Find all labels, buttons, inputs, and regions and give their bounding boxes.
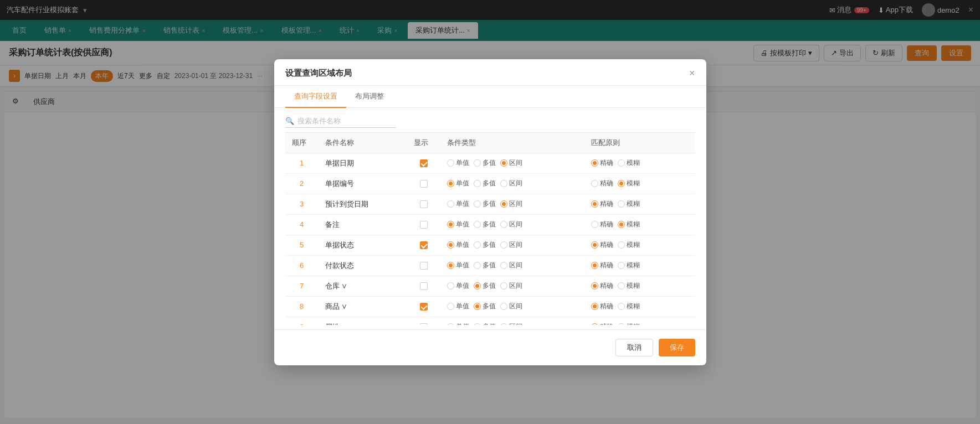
- radio-match-item[interactable]: 精确: [591, 179, 613, 188]
- row-display-checkbox[interactable]: [407, 236, 440, 254]
- radio-circle-icon: [447, 323, 454, 325]
- modal-header: 设置查询区域布局 ×: [274, 59, 706, 86]
- modal-search-area: 🔍: [274, 108, 706, 132]
- tab-query-settings[interactable]: 查询字段设置: [285, 86, 346, 108]
- radio-type-item[interactable]: 多值: [474, 302, 496, 311]
- radio-type-item[interactable]: 单值: [447, 179, 469, 188]
- radio-match-item[interactable]: 模糊: [618, 322, 640, 325]
- checkbox-icon[interactable]: [420, 262, 428, 270]
- table-row: 7仓库 ∨单值多值区间精确模糊: [285, 276, 695, 297]
- cancel-btn[interactable]: 取消: [615, 339, 653, 356]
- checkbox-icon[interactable]: [420, 303, 428, 311]
- checkbox-icon[interactable]: [420, 282, 428, 290]
- radio-match-label: 模糊: [627, 240, 640, 250]
- radio-type-item[interactable]: 单值: [447, 302, 469, 311]
- radio-match-item[interactable]: 模糊: [618, 158, 640, 168]
- radio-match-item[interactable]: 模糊: [618, 281, 640, 291]
- radio-match-label: 精确: [600, 199, 613, 209]
- radio-match-item[interactable]: 模糊: [618, 261, 640, 270]
- row-type-radios: 单值多值区间: [440, 194, 584, 214]
- row-display-checkbox[interactable]: [407, 298, 440, 316]
- modal-close-btn[interactable]: ×: [689, 68, 695, 78]
- row-order: 5: [285, 236, 319, 254]
- radio-type-item[interactable]: 单值: [447, 220, 469, 229]
- radio-type-item[interactable]: 区间: [500, 220, 522, 229]
- radio-match-item[interactable]: 精确: [591, 281, 613, 291]
- radio-match-circle-icon: [591, 303, 598, 310]
- checkbox-icon[interactable]: [420, 180, 428, 188]
- modal-table-header: 顺序 条件名称 显示 条件类型 匹配原则: [285, 132, 695, 153]
- radio-match-item[interactable]: 模糊: [618, 302, 640, 311]
- radio-match-label: 精确: [600, 302, 613, 311]
- radio-type-item[interactable]: 区间: [500, 322, 522, 325]
- radio-circle-icon: [447, 282, 454, 289]
- radio-type-item[interactable]: 单值: [447, 261, 469, 270]
- row-display-checkbox[interactable]: [407, 216, 440, 234]
- radio-type-item[interactable]: 单值: [447, 240, 469, 250]
- checkbox-icon[interactable]: [420, 200, 428, 208]
- radio-type-item[interactable]: 单值: [447, 281, 469, 291]
- radio-circle-icon: [474, 323, 481, 325]
- radio-type-item[interactable]: 区间: [500, 281, 522, 291]
- radio-circle-icon: [474, 303, 481, 310]
- row-display-checkbox[interactable]: [407, 318, 440, 325]
- radio-type-item[interactable]: 区间: [500, 302, 522, 311]
- modal-footer: 取消 保存: [274, 329, 706, 365]
- radio-match-item[interactable]: 模糊: [618, 199, 640, 209]
- radio-type-item[interactable]: 多值: [474, 240, 496, 250]
- radio-type-item[interactable]: 区间: [500, 179, 522, 188]
- radio-type-item[interactable]: 区间: [500, 261, 522, 270]
- radio-match-label: 模糊: [627, 261, 640, 270]
- radio-type-item[interactable]: 多值: [474, 322, 496, 325]
- row-display-checkbox[interactable]: [407, 154, 440, 172]
- radio-match-item[interactable]: 模糊: [618, 179, 640, 188]
- checkbox-icon[interactable]: [420, 241, 428, 249]
- radio-type-label: 单值: [456, 281, 469, 291]
- radio-match-label: 精确: [600, 220, 613, 229]
- save-btn[interactable]: 保存: [659, 339, 695, 356]
- radio-match-item[interactable]: 模糊: [618, 240, 640, 250]
- radio-circle-icon: [500, 323, 507, 325]
- row-match-radios: 精确模糊: [584, 256, 695, 275]
- radio-type-item[interactable]: 多值: [474, 261, 496, 270]
- radio-type-item[interactable]: 多值: [474, 158, 496, 168]
- row-display-checkbox[interactable]: [407, 195, 440, 213]
- checkbox-icon[interactable]: [420, 323, 428, 325]
- radio-match-item[interactable]: 精确: [591, 199, 613, 209]
- row-type-radios: 单值多值区间: [440, 153, 584, 173]
- radio-match-item[interactable]: 精确: [591, 261, 613, 270]
- radio-type-label: 单值: [456, 220, 469, 229]
- row-order: 2: [285, 174, 319, 193]
- search-input[interactable]: [297, 115, 396, 127]
- radio-type-item[interactable]: 多值: [474, 281, 496, 291]
- radio-type-label: 多值: [483, 322, 496, 325]
- radio-match-item[interactable]: 模糊: [618, 220, 640, 229]
- radio-match-item[interactable]: 精确: [591, 240, 613, 250]
- row-display-checkbox[interactable]: [407, 175, 440, 193]
- radio-match-label: 模糊: [627, 281, 640, 291]
- tab-layout-adjust[interactable]: 布局调整: [346, 86, 393, 108]
- radio-type-item[interactable]: 区间: [500, 199, 522, 209]
- modal-overlay[interactable]: 设置查询区域布局 × 查询字段设置 布局调整 🔍 顺序 条件名称 显示 条件类型…: [0, 0, 980, 422]
- radio-type-item[interactable]: 区间: [500, 240, 522, 250]
- radio-type-item[interactable]: 单值: [447, 322, 469, 325]
- row-display-checkbox[interactable]: [407, 257, 440, 275]
- radio-type-item[interactable]: 多值: [474, 179, 496, 188]
- row-type-radios: 单值多值区间: [440, 235, 584, 255]
- row-match-radios: 精确模糊: [584, 297, 695, 316]
- row-display-checkbox[interactable]: [407, 277, 440, 295]
- radio-type-item[interactable]: 单值: [447, 158, 469, 168]
- radio-type-item[interactable]: 多值: [474, 220, 496, 229]
- radio-match-item[interactable]: 精确: [591, 158, 613, 168]
- table-row: 4备注单值多值区间精确模糊: [285, 215, 695, 235]
- radio-match-item[interactable]: 精确: [591, 220, 613, 229]
- col-name-header: 条件名称: [319, 133, 407, 153]
- radio-match-item[interactable]: 精确: [591, 302, 613, 311]
- checkbox-icon[interactable]: [420, 159, 428, 167]
- radio-type-item[interactable]: 单值: [447, 199, 469, 209]
- radio-match-item[interactable]: 精确: [591, 322, 613, 325]
- row-type-radios: 单值多值区间: [440, 276, 584, 296]
- radio-type-item[interactable]: 多值: [474, 199, 496, 209]
- radio-type-item[interactable]: 区间: [500, 158, 522, 168]
- checkbox-icon[interactable]: [420, 221, 428, 229]
